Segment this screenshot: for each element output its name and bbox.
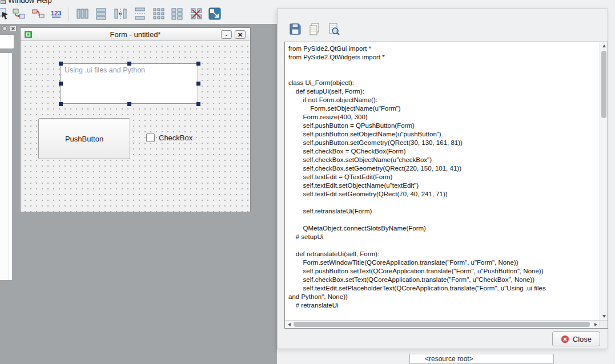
- find-icon[interactable]: [327, 22, 341, 37]
- adjust-size-icon[interactable]: [207, 6, 222, 21]
- selection-handle[interactable]: [196, 102, 200, 106]
- code-line: Form.setWindowTitle(QCoreApplication.tra…: [288, 258, 600, 267]
- form-window-titlebar[interactable]: Form - untitled* - ✕: [21, 28, 250, 41]
- edit-buddies-icon[interactable]: [31, 6, 46, 21]
- save-icon[interactable]: [288, 22, 303, 37]
- code-line: self.checkBox.setText(QCoreApplication.t…: [288, 276, 600, 284]
- scroll-up-icon[interactable]: [600, 42, 608, 50]
- form-canvas[interactable]: Using .ui files and Python PushButton Ch…: [21, 42, 250, 212]
- code-line: self.textEdit.setObjectName(u"textEdit"): [288, 181, 600, 190]
- layout-vertical-icon[interactable]: [94, 6, 108, 21]
- layout-vertical-splitter-icon[interactable]: [132, 6, 147, 21]
- dialog-close-icon: [561, 335, 569, 343]
- close-button[interactable]: Close: [552, 331, 600, 346]
- code-line: self.textEdit.setPlaceholderText(QCoreAp…: [288, 284, 600, 293]
- layout-form-icon[interactable]: [170, 6, 184, 21]
- form-editor-window: Form - untitled* - ✕ Using .ui files and…: [20, 27, 251, 212]
- vertical-scrollbar-thumb[interactable]: [601, 51, 606, 118]
- menubar: Window Help: [0, 0, 615, 5]
- checkbox-widget[interactable]: CheckBox: [146, 133, 192, 142]
- edit-widgets-icon[interactable]: [0, 6, 11, 21]
- edit-tab-order-icon[interactable]: 123: [49, 6, 64, 21]
- code-preview-dialog: from PySide2.QtGui import *from PySide2.…: [277, 9, 608, 349]
- code-line: self.retranslateUi(Form): [288, 207, 600, 216]
- vertical-scrollbar[interactable]: [600, 42, 608, 320]
- code-line: self.checkBox = QCheckBox(Form): [288, 147, 600, 156]
- mdi-area: Form - untitled* - ✕ Using .ui files and…: [0, 24, 277, 364]
- code-line: and Python", None)): [288, 293, 600, 301]
- horizontal-scrollbar[interactable]: [285, 320, 600, 328]
- code-line: # retranslateUi: [288, 301, 600, 310]
- window-icon: [1, 0, 6, 4]
- code-line: Form.setObjectName(u"Form"): [288, 104, 600, 113]
- selection-handle[interactable]: [196, 82, 200, 86]
- minimize-button[interactable]: -: [221, 30, 232, 39]
- edit-signals-slots-icon[interactable]: [11, 6, 26, 21]
- resource-root-item[interactable]: <resource root>: [410, 354, 553, 363]
- code-line: self.checkBox.setGeometry(QRect(220, 150…: [288, 164, 600, 173]
- selection-handle[interactable]: [127, 102, 131, 106]
- code-line: # setupUi: [288, 233, 600, 241]
- copy-icon[interactable]: [307, 22, 322, 37]
- code-lines-container[interactable]: from PySide2.QtGui import *from PySide2.…: [285, 42, 600, 320]
- scroll-left-icon[interactable]: [285, 321, 293, 328]
- break-layout-icon[interactable]: [189, 6, 204, 21]
- code-line: Form.resize(400, 300): [288, 113, 600, 122]
- pushbutton-widget[interactable]: PushButton: [38, 118, 130, 159]
- code-line: [288, 216, 600, 224]
- code-line: if not Form.objectName():: [288, 96, 600, 104]
- scroll-right-icon[interactable]: [592, 321, 600, 328]
- checkbox-label: CheckBox: [159, 134, 192, 142]
- qt-designer-screen: Window Help 123: [0, 0, 615, 364]
- code-line: [288, 62, 600, 70]
- textedit-widget[interactable]: Using .ui files and Python: [61, 63, 198, 104]
- checkbox-indicator[interactable]: [146, 134, 155, 142]
- code-line: class Ui_Form(object):: [288, 79, 600, 87]
- selection-handle[interactable]: [196, 62, 200, 66]
- code-line: from PySide2.QtWidgets import *: [288, 53, 600, 62]
- widgetbox-filter-input[interactable]: [0, 34, 14, 49]
- selection-handle[interactable]: [59, 102, 63, 106]
- code-line: from PySide2.QtGui import *: [288, 45, 600, 53]
- dock-float-icon[interactable]: [1, 25, 8, 32]
- widgetbox-panel[interactable]: [0, 52, 13, 281]
- scrollbar-corner: [600, 320, 608, 328]
- layout-horizontal-icon[interactable]: [75, 6, 90, 21]
- svg-text:123: 123: [51, 10, 61, 17]
- code-line: self.textEdit.setGeometry(QRect(70, 40, …: [288, 190, 600, 199]
- resource-browser: <resource root>: [409, 354, 554, 364]
- close-window-button[interactable]: ✕: [235, 30, 246, 39]
- widgetbox-panel-edge: [9, 53, 9, 280]
- layout-grid-icon[interactable]: [151, 6, 166, 21]
- code-line: self.pushButton.setGeometry(QRect(30, 13…: [288, 139, 600, 147]
- close-button-label: Close: [573, 335, 592, 343]
- selection-handle[interactable]: [59, 82, 63, 86]
- code-line: def retranslateUi(self, Form):: [288, 250, 600, 258]
- toolbar-separator: [69, 7, 69, 21]
- code-line: def setupUi(self, Form):: [288, 87, 600, 96]
- selection-handle[interactable]: [127, 62, 131, 66]
- code-line: self.pushButton = QPushButton(Form): [288, 122, 600, 130]
- code-view[interactable]: from PySide2.QtGui import *from PySide2.…: [284, 42, 608, 329]
- code-line: self.pushButton.setText(QCoreApplication…: [288, 267, 600, 276]
- code-line: [288, 241, 600, 250]
- horizontal-scrollbar-thumb[interactable]: [294, 322, 590, 327]
- code-line: [288, 199, 600, 207]
- code-line: self.textEdit = QTextEdit(Form): [288, 173, 600, 181]
- scroll-down-icon[interactable]: [600, 313, 608, 320]
- menu-window[interactable]: Window: [8, 0, 34, 5]
- selection-handle[interactable]: [59, 62, 63, 66]
- dock-close-icon[interactable]: [10, 25, 17, 32]
- menu-help[interactable]: Help: [37, 0, 52, 5]
- form-window-title: Form - untitled*: [21, 30, 250, 39]
- layout-horizontal-splitter-icon[interactable]: [113, 6, 128, 21]
- code-line: self.pushButton.setObjectName(u"pushButt…: [288, 130, 600, 139]
- code-line: QMetaObject.connectSlotsByName(Form): [288, 224, 600, 233]
- code-line: self.checkBox.setObjectName(u"checkBox"): [288, 156, 600, 164]
- code-line: [288, 70, 600, 79]
